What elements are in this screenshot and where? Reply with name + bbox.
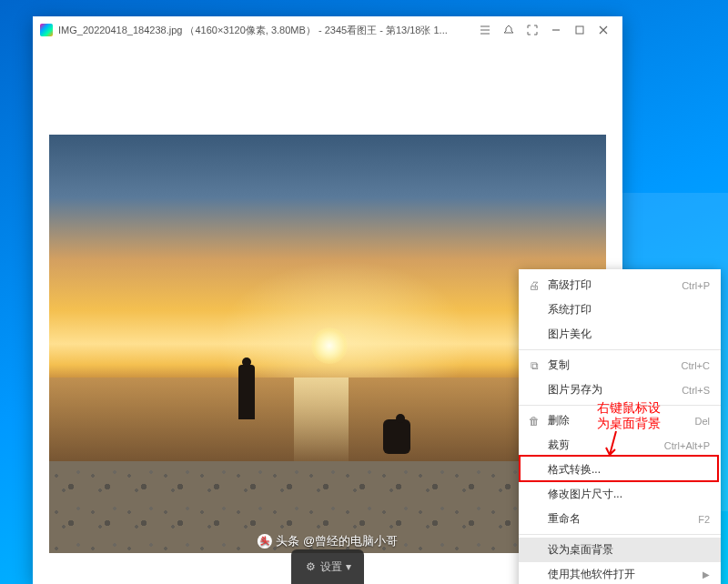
menu-item-label: 裁剪: [542, 438, 664, 453]
watermark-text: @曾经的电脑小哥: [303, 533, 398, 549]
menu-item-shortcut: Ctrl+P: [682, 280, 710, 291]
menu-item-系统打印[interactable]: 系统打印: [519, 297, 721, 322]
menu-item-高级打印[interactable]: 🖨高级打印Ctrl+P: [519, 273, 721, 297]
menu-item-label: 图片美化: [542, 327, 710, 342]
app-icon: [40, 24, 53, 36]
titlebar: IMG_20220418_184238.jpg （4160×3120像素, 3.…: [33, 16, 622, 44]
menu-item-格式转换...[interactable]: 格式转换...: [519, 458, 721, 482]
menu-item-label: 图片另存为: [542, 382, 682, 398]
minimize-button[interactable]: [544, 19, 568, 41]
dimensions: （4160×3120像素, 3.80MB）: [185, 25, 315, 35]
annotation-line2: 为桌面背景: [597, 416, 661, 431]
menu-item-修改图片尺寸...[interactable]: 修改图片尺寸...: [519, 482, 721, 507]
menu-item-shortcut: Ctrl+S: [682, 385, 710, 396]
menu-item-label: 格式转换...: [542, 462, 710, 478]
menu-item-label: 重命名: [542, 511, 698, 527]
menu-item-label: 复制: [542, 357, 682, 373]
filename: IMG_20220418_184238.jpg: [58, 25, 182, 35]
svg-rect-0: [576, 26, 583, 34]
close-button[interactable]: [592, 19, 615, 41]
menu-item-label: 使用其他软件打开: [542, 567, 703, 582]
watermark: 头 头条 @曾经的电脑小哥: [258, 533, 398, 549]
window-title: IMG_20220418_184238.jpg （4160×3120像素, 3.…: [58, 24, 448, 37]
pin-button[interactable]: [497, 19, 521, 41]
menu-separator: [519, 534, 721, 535]
menu-separator: [519, 349, 721, 350]
app-name: - 2345看图王: [318, 25, 377, 35]
menu-item-shortcut: Ctrl+C: [682, 360, 710, 371]
watermark-icon: 头: [258, 534, 272, 549]
menu-item-label: 设为桌面背景: [542, 542, 710, 558]
menu-item-设为桌面背景[interactable]: 设为桌面背景: [519, 538, 721, 562]
menu-item-图片另存为[interactable]: 图片另存为Ctrl+S: [519, 378, 721, 402]
fullscreen-button[interactable]: [521, 19, 544, 41]
copy-icon: ⧉: [526, 359, 542, 372]
menu-item-label: 高级打印: [542, 277, 682, 293]
annotation-line1: 右键鼠标设: [597, 400, 661, 416]
printer-icon: 🖨: [526, 279, 542, 292]
menu-item-图片美化[interactable]: 图片美化: [519, 322, 721, 347]
watermark-prefix: 头条: [276, 533, 299, 549]
menu-item-重命名[interactable]: 重命名F2: [519, 507, 721, 531]
toolbar-settings-label: 设置: [320, 559, 342, 575]
bottom-toolbar: ⚙ 设置 ▾: [291, 549, 364, 584]
gear-icon: ⚙: [304, 560, 317, 573]
position-counter: - 第13/18张 1...: [379, 25, 448, 35]
menu-item-shortcut: F2: [698, 514, 710, 525]
annotation-text: 右键鼠标设 为桌面背景: [597, 400, 661, 431]
menu-item-使用其他软件打开[interactable]: 使用其他软件打开▶: [519, 562, 721, 584]
menu-item-shortcut: Del: [694, 416, 710, 427]
toolbar-settings[interactable]: ⚙ 设置 ▾: [304, 559, 351, 575]
trash-icon: 🗑: [526, 415, 542, 428]
menu-button[interactable]: [473, 19, 497, 41]
chevron-down-icon: ▾: [346, 560, 351, 573]
menu-item-label: 修改图片尺寸...: [542, 487, 710, 502]
maximize-button[interactable]: [568, 19, 592, 41]
menu-item-裁剪[interactable]: 裁剪Ctrl+Alt+P: [519, 433, 721, 458]
menu-item-label: 系统打印: [542, 302, 710, 317]
menu-item-复制[interactable]: ⧉复制Ctrl+C: [519, 353, 721, 378]
menu-item-shortcut: Ctrl+Alt+P: [664, 440, 710, 451]
submenu-arrow-icon: ▶: [703, 569, 710, 579]
